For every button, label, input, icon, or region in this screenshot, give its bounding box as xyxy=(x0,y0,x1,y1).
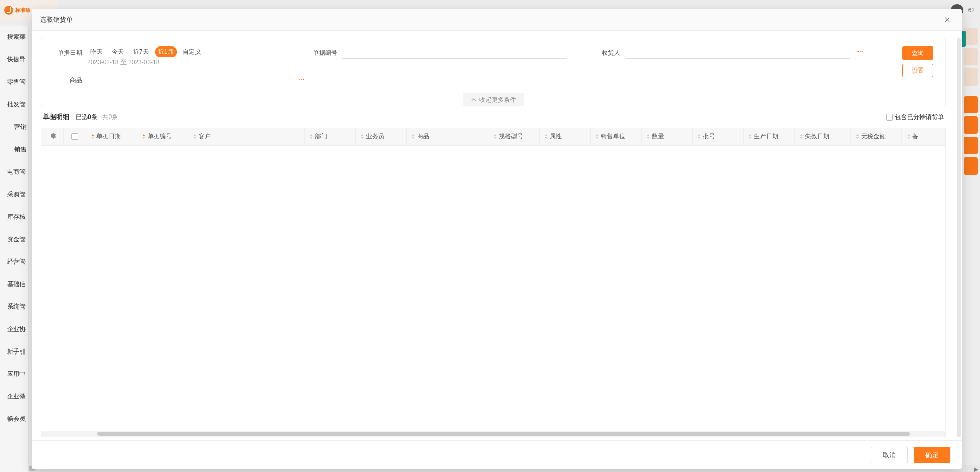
column-header-batch[interactable]: 批号 xyxy=(693,128,744,145)
column-label: 单据日期 xyxy=(96,132,121,141)
column-header-qty[interactable]: 数量 xyxy=(642,128,693,145)
column-header-date[interactable]: 单据日期 xyxy=(86,128,137,145)
checkbox-icon[interactable] xyxy=(71,133,78,140)
modal-body-vscroll[interactable] xyxy=(957,38,961,437)
settings-button-label: 设置 xyxy=(912,66,924,75)
sort-icon[interactable] xyxy=(361,134,364,139)
sort-icon[interactable] xyxy=(494,134,497,139)
column-label: 备 xyxy=(912,132,918,141)
column-header-expiry[interactable]: 失效日期 xyxy=(795,128,851,145)
product-more-button[interactable]: … xyxy=(297,74,307,81)
column-label: 生产日期 xyxy=(754,132,778,141)
select-all-checkbox[interactable] xyxy=(64,128,86,145)
results-table: 单据日期单据编号客户部门业务员商品规格型号属性销售单位数量批号生产日期失效日期无… xyxy=(41,128,946,437)
settings-button[interactable]: 设置 xyxy=(902,64,933,77)
column-label: 销售单位 xyxy=(601,132,625,141)
column-header-number[interactable]: 单据编号 xyxy=(137,128,188,145)
table-body-empty xyxy=(41,146,945,431)
sort-icon[interactable] xyxy=(596,134,599,139)
sort-icon[interactable] xyxy=(800,134,803,139)
sort-icon[interactable] xyxy=(856,134,859,139)
preset-last1m[interactable]: 近1月 xyxy=(155,46,177,57)
search-button[interactable]: 查询 xyxy=(902,46,933,60)
column-header-spec[interactable]: 规格型号 xyxy=(488,128,540,145)
column-label: 规格型号 xyxy=(499,132,523,141)
order-number-input[interactable] xyxy=(342,46,567,59)
column-header-unit[interactable]: 销售单位 xyxy=(591,128,642,145)
sort-icon[interactable] xyxy=(647,134,650,139)
column-label: 数量 xyxy=(652,132,664,141)
confirm-button-label: 确定 xyxy=(925,451,939,460)
select-sales-order-modal: 选取销货单 单据日期 昨天 今天 近7天 近1月 自定义 xyxy=(32,9,962,469)
modal-title: 选取销货单 xyxy=(40,15,73,25)
sort-icon[interactable] xyxy=(142,134,145,139)
preset-last7[interactable]: 近7天 xyxy=(130,46,152,57)
column-header-remark[interactable]: 备 xyxy=(902,128,927,145)
column-header-product[interactable]: 商品 xyxy=(407,128,488,145)
date-range-display[interactable]: 2023-02-18 至 2023-03-18 xyxy=(87,58,204,67)
sort-icon[interactable] xyxy=(907,134,910,139)
column-label: 商品 xyxy=(417,132,429,141)
column-header-net_amount[interactable]: 无税金额 xyxy=(851,128,902,145)
table-header: 单据日期单据编号客户部门业务员商品规格型号属性销售单位数量批号生产日期失效日期无… xyxy=(41,128,945,146)
column-header-attr[interactable]: 属性 xyxy=(540,128,591,145)
column-header-salesperson[interactable]: 业务员 xyxy=(356,128,407,145)
modal-close-button[interactable] xyxy=(941,14,953,26)
column-header-customer[interactable]: 客户 xyxy=(188,128,305,145)
sort-icon[interactable] xyxy=(91,134,94,139)
filter-number: 单据编号 xyxy=(309,46,567,59)
chevron-up-icon xyxy=(471,97,476,102)
sort-icon[interactable] xyxy=(545,134,548,139)
date-sep: 至 xyxy=(120,59,127,66)
column-header-dept[interactable]: 部门 xyxy=(305,128,356,145)
receiver-input[interactable] xyxy=(625,46,850,59)
tab-detail[interactable]: 单据明细 xyxy=(43,112,69,122)
column-label: 客户 xyxy=(199,132,211,141)
filter-product: 商品 … xyxy=(54,74,307,86)
date-from: 2023-02-18 xyxy=(87,59,118,66)
modal-header: 选取销货单 xyxy=(32,9,962,31)
vscroll-thumb[interactable] xyxy=(957,38,961,437)
column-label: 单据编号 xyxy=(148,132,172,141)
collapse-more-filters[interactable]: 收起更多条件 xyxy=(463,93,524,106)
cancel-button-label: 取消 xyxy=(883,451,896,460)
filter-product-label: 商品 xyxy=(54,74,82,85)
filter-date-label: 单据日期 xyxy=(54,46,82,57)
sort-icon[interactable] xyxy=(749,134,752,139)
filter-receiver-label: 收货人 xyxy=(598,46,620,57)
selected-count: 已选0条 | 共0条 xyxy=(76,113,118,122)
column-label: 无税金额 xyxy=(861,132,886,141)
column-label: 业务员 xyxy=(366,132,384,141)
hscroll-thumb[interactable] xyxy=(97,432,910,436)
filter-number-label: 单据编号 xyxy=(309,46,337,57)
confirm-button[interactable]: 确定 xyxy=(914,447,950,463)
column-label: 部门 xyxy=(315,132,327,141)
column-label: 批号 xyxy=(703,132,715,141)
close-icon xyxy=(944,16,951,23)
sort-icon[interactable] xyxy=(412,134,415,139)
preset-today[interactable]: 今天 xyxy=(109,46,127,57)
column-label: 失效日期 xyxy=(805,132,829,141)
preset-custom[interactable]: 自定义 xyxy=(180,46,204,57)
table-hscroll[interactable] xyxy=(41,431,945,437)
modal-footer: 取消 确定 xyxy=(32,440,962,469)
include-shipped-checkbox[interactable] xyxy=(886,114,893,121)
column-header-prod_date[interactable]: 生产日期 xyxy=(744,128,795,145)
column-label: 属性 xyxy=(550,132,562,141)
filter-receiver: 收货人 … xyxy=(598,46,866,59)
include-shipped-label: 包含已分摊销货单 xyxy=(895,113,944,122)
cancel-button[interactable]: 取消 xyxy=(871,447,908,463)
column-settings-button[interactable] xyxy=(41,128,64,145)
sort-icon[interactable] xyxy=(698,134,701,139)
receiver-more-button[interactable]: … xyxy=(855,46,866,54)
preset-yesterday[interactable]: 昨天 xyxy=(87,46,106,57)
collapse-label: 收起更多条件 xyxy=(479,96,516,104)
filter-actions: 查询 设置 xyxy=(902,46,933,77)
search-button-label: 查询 xyxy=(912,49,924,58)
gear-icon xyxy=(49,132,56,141)
modal-body: 单据日期 昨天 今天 近7天 近1月 自定义 2023-02-18 至 20 xyxy=(32,31,962,440)
sort-icon[interactable] xyxy=(310,134,313,139)
product-input[interactable] xyxy=(87,74,291,86)
sort-icon[interactable] xyxy=(193,134,197,139)
result-header-row: 单据明细 已选0条 | 共0条 包含已分摊销货单 xyxy=(41,111,946,123)
